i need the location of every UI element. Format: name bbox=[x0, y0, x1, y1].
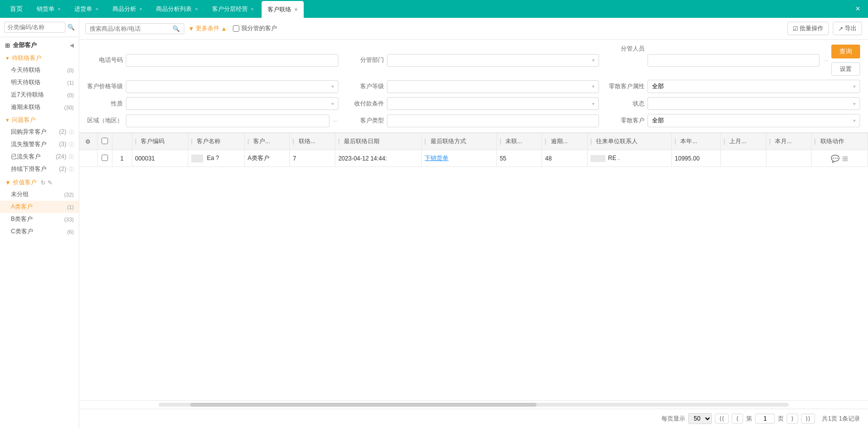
row-level-cell: A类客户 bbox=[244, 150, 290, 167]
batch-ops-btn[interactable]: ☑ 批量操作 bbox=[787, 22, 829, 35]
filter-status: 状态 ▾ bbox=[609, 97, 860, 110]
row-last-method-cell: 下销货单 bbox=[422, 150, 496, 167]
scroll-thumb[interactable] bbox=[190, 403, 537, 407]
col-sep12 bbox=[769, 139, 771, 145]
price-level-caret: ▾ bbox=[331, 84, 334, 89]
page-size-select[interactable]: 50 bbox=[688, 413, 712, 424]
tab-home[interactable]: 首页 bbox=[4, 0, 29, 18]
status-select[interactable]: ▾ bbox=[648, 97, 860, 110]
my-customers-checkbox[interactable] bbox=[233, 25, 239, 32]
main-layout: 🔍 ⊞ 全部客户 ◀ ▼ 待联络客户 今天待联络 (0) bbox=[0, 18, 868, 428]
row-checkbox[interactable] bbox=[102, 155, 108, 161]
select-all-checkbox[interactable] bbox=[102, 138, 108, 144]
region-input[interactable] bbox=[126, 114, 329, 127]
filter-search-input[interactable] bbox=[90, 25, 170, 32]
filter-search-icon[interactable]: 🔍 bbox=[172, 25, 180, 32]
col-sep10 bbox=[675, 139, 677, 145]
scroll-track bbox=[159, 403, 789, 407]
retail-select[interactable]: 全部 ▾ bbox=[648, 114, 860, 127]
col-sep3 bbox=[248, 139, 250, 145]
col-this-month: 本月... bbox=[766, 133, 812, 150]
sidebar-item-today[interactable]: 今天待联络 (0) bbox=[0, 64, 79, 76]
retail-caret: ▾ bbox=[853, 118, 856, 123]
sidebar-item-b-class[interactable]: B类客户 (33) bbox=[0, 213, 79, 225]
col-sep7 bbox=[500, 139, 502, 145]
settings-btn[interactable]: 设置 bbox=[831, 62, 860, 76]
edit-icon[interactable]: ✎ bbox=[48, 179, 53, 186]
tab-analysis-list-close[interactable]: × bbox=[195, 6, 198, 12]
tab-segment-close[interactable]: × bbox=[251, 6, 254, 12]
value-arrow: ▼ bbox=[5, 179, 11, 186]
manager-input[interactable] bbox=[648, 54, 819, 67]
refresh-icon[interactable]: ↻ bbox=[41, 179, 46, 186]
page-number-input[interactable] bbox=[755, 414, 775, 424]
dept-select[interactable]: ▾ bbox=[387, 54, 599, 67]
tab-analysis-list[interactable]: 商品分析列表 × bbox=[150, 0, 204, 18]
export-btn[interactable]: ↗ 导出 bbox=[833, 22, 862, 35]
sidebar-search-input[interactable] bbox=[4, 22, 65, 33]
settings-gear-icon[interactable]: ⚙ bbox=[85, 138, 91, 145]
tab-purchase[interactable]: 进货单 × bbox=[68, 0, 104, 18]
problem-customers-title[interactable]: ▼ 问题客户 bbox=[0, 113, 79, 126]
nature-select[interactable]: ▾ bbox=[126, 97, 338, 110]
grid-action-btn[interactable]: ⊞ bbox=[842, 155, 848, 162]
sidebar-item-a-class[interactable]: A类客户 (1) bbox=[0, 201, 79, 213]
col-check bbox=[97, 133, 112, 150]
col-row-actions: 联络动作 bbox=[812, 133, 868, 150]
sidebar-item-ungroup[interactable]: 未分组 (32) bbox=[0, 188, 79, 201]
customer-level-select[interactable]: ▾ bbox=[387, 80, 599, 93]
info-icon-warning: ⓘ bbox=[69, 142, 74, 147]
tab-purchase-close[interactable]: × bbox=[95, 6, 98, 12]
all-customers-header[interactable]: ⊞ 全部客户 ◀ bbox=[0, 37, 79, 52]
customer-type-input[interactable] bbox=[387, 114, 599, 127]
query-btn[interactable]: 查询 bbox=[831, 45, 860, 58]
prev-page-btn[interactable]: ⟨ bbox=[732, 414, 743, 424]
tab-sales-close[interactable]: × bbox=[57, 6, 60, 12]
tab-customer-contact[interactable]: 客户联络 × bbox=[262, 1, 303, 18]
first-page-btn[interactable]: ⟨⟨ bbox=[715, 414, 729, 424]
tab-customer-segment[interactable]: 客户分层经营 × bbox=[206, 0, 260, 18]
sidebar-item-week[interactable]: 近7天待联络 (0) bbox=[0, 89, 79, 101]
last-page-btn[interactable]: ⟩⟩ bbox=[801, 414, 815, 424]
col-last-method: 最后联络方式 bbox=[422, 133, 496, 150]
value-customers-label: ▼ 价值客户 ↻ ✎ bbox=[0, 175, 79, 188]
last-method-link[interactable]: 下销货单 bbox=[425, 155, 448, 161]
manager-dots[interactable]: ··· bbox=[823, 57, 828, 64]
filter-more-arrow: ▲ bbox=[221, 25, 227, 32]
pending-contact-title[interactable]: ▼ 待联络客户 bbox=[0, 52, 79, 64]
chat-action-btn[interactable]: 💬 bbox=[831, 155, 839, 162]
col-sep13 bbox=[814, 139, 816, 145]
sidebar-item-c-class[interactable]: C类客户 (6) bbox=[0, 225, 79, 238]
sidebar-item-warning[interactable]: 流失预警客户 (3) ⓘ bbox=[0, 138, 79, 151]
row-last-date-cell: 2023-04-12 14:44: bbox=[335, 150, 421, 167]
col-settings[interactable]: ⚙ bbox=[79, 133, 97, 150]
sidebar-item-overdue[interactable]: 逾期未联络 (30) bbox=[0, 101, 79, 113]
problem-arrow: ▼ bbox=[5, 117, 10, 123]
collapse-icon[interactable]: ◀ bbox=[70, 43, 74, 48]
table-container: ⚙ 客户编码 客户名称 bbox=[79, 133, 868, 400]
sidebar-item-lost[interactable]: 已流失客户 (24) ⓘ bbox=[0, 151, 79, 163]
adv-row-4: 区域（地区） ··· 客户类型 零散客户 全部 ▾ bbox=[87, 114, 860, 127]
next-page-btn[interactable]: ⟩ bbox=[787, 414, 798, 424]
retail-attr-select[interactable]: 全部 ▾ bbox=[648, 80, 860, 93]
tab-contact-close[interactable]: × bbox=[294, 6, 297, 12]
close-all-btn[interactable]: × bbox=[852, 2, 864, 15]
tab-analysis-close[interactable]: × bbox=[139, 6, 142, 12]
price-level-select[interactable]: ▾ bbox=[126, 80, 338, 93]
row-contact-cell: 7 bbox=[290, 150, 335, 167]
row-no-contact-cell: 55 bbox=[496, 150, 542, 167]
sidebar-search-icon[interactable]: 🔍 bbox=[67, 24, 75, 31]
sidebar-item-declining[interactable]: 持续下滑客户 (2) ⓘ bbox=[0, 163, 79, 175]
filter-more-btn[interactable]: ▼ 更多条件 ▲ bbox=[188, 24, 227, 33]
region-dots[interactable]: ··· bbox=[333, 117, 338, 124]
sidebar-item-tomorrow[interactable]: 明天待联络 (1) bbox=[0, 76, 79, 89]
tab-analysis[interactable]: 商品分析 × bbox=[107, 0, 148, 18]
row-last-month-cell bbox=[721, 150, 766, 167]
payment-select[interactable]: ▾ bbox=[387, 97, 599, 110]
tab-sales[interactable]: 销货单 × bbox=[31, 0, 66, 18]
col-sep8 bbox=[545, 139, 547, 145]
phone-input[interactable] bbox=[126, 54, 338, 67]
top-nav: 首页 销货单 × 进货单 × 商品分析 × 商品分析列表 × 客户分层经营 × … bbox=[0, 0, 868, 18]
sidebar-item-abnormal[interactable]: 回购异常客户 (2) ⓘ bbox=[0, 126, 79, 138]
customer-table: ⚙ 客户编码 客户名称 bbox=[79, 133, 868, 167]
